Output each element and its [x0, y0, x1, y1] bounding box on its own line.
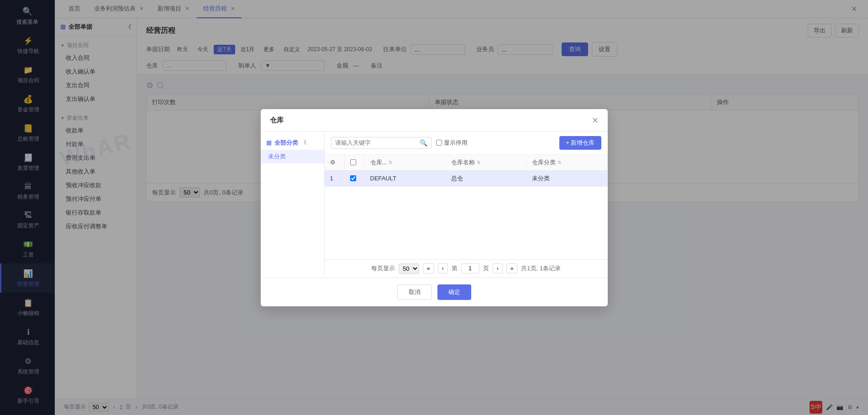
- modal-table-row-1[interactable]: 1 DEFAULT 总仓 未分类: [325, 171, 608, 187]
- modal-pagination: 每页显示 50 « ‹ 第 页 › » 共1页, 1条记录: [325, 259, 608, 278]
- show-disabled-label[interactable]: 显示停用: [436, 139, 468, 147]
- modal-search-icon[interactable]: 🔍: [420, 139, 427, 147]
- show-disabled-text: 显示停用: [444, 139, 468, 147]
- modal-th-checkbox[interactable]: [345, 155, 365, 170]
- modal-table-header: ⚙ 仓库... ⇅ 仓库名称 ⇅: [325, 155, 608, 171]
- modal-header: 仓库 ✕: [261, 109, 608, 131]
- modal-category-sort-icon: ⇅: [558, 160, 561, 165]
- modal-per-page-label: 每页显示: [371, 264, 395, 273]
- modal-collapse-icon[interactable]: 《: [301, 139, 306, 147]
- modal-right-panel: 🔍 显示停用 + 新增仓库 ⚙: [325, 131, 608, 278]
- modal-total-text: 共1页, 1条记录: [521, 264, 561, 273]
- modal-page-label: 第: [452, 264, 458, 273]
- modal-select-all-checkbox[interactable]: [350, 159, 356, 165]
- modal-row1-code: DEFAULT: [365, 171, 446, 186]
- modal-th-code[interactable]: 仓库... ⇅: [365, 155, 446, 170]
- modal-th-settings[interactable]: ⚙: [325, 155, 345, 170]
- modal-row1-checkbox[interactable]: [345, 171, 365, 186]
- modal-th-code-label: 仓库...: [370, 158, 387, 167]
- modal-per-page-select[interactable]: 50: [399, 263, 419, 274]
- modal-category-unclassified[interactable]: 未分类: [261, 150, 324, 163]
- modal-page-input[interactable]: [461, 263, 479, 273]
- modal-code-sort-icon: ⇅: [389, 160, 392, 165]
- modal-close-button[interactable]: ✕: [592, 116, 599, 126]
- modal-row1-index: 1: [325, 171, 345, 186]
- modal-all-category-label: 全部分类: [274, 139, 298, 147]
- warehouse-modal: 仓库 ✕ ⊞ 全部分类 《 未分类: [261, 109, 608, 306]
- modal-left-header[interactable]: ⊞ 全部分类 《: [261, 136, 324, 150]
- modal-prev-page-btn[interactable]: ‹: [438, 263, 448, 273]
- cancel-button[interactable]: 取消: [397, 284, 432, 300]
- modal-row1-category: 未分类: [526, 171, 607, 186]
- modal-name-sort-icon: ⇅: [477, 160, 480, 165]
- modal-row1-check[interactable]: [350, 175, 356, 181]
- modal-search-wrap[interactable]: 🔍: [331, 137, 431, 149]
- modal-overlay: 仓库 ✕ ⊞ 全部分类 《 未分类: [0, 0, 868, 415]
- show-disabled-checkbox[interactable]: [436, 140, 442, 146]
- modal-th-name[interactable]: 仓库名称 ⇅: [446, 155, 526, 170]
- modal-title: 仓库: [270, 116, 284, 125]
- confirm-button[interactable]: 确定: [437, 284, 471, 300]
- modal-table: ⚙ 仓库... ⇅ 仓库名称 ⇅: [325, 155, 608, 259]
- modal-category-list: 未分类: [261, 150, 324, 163]
- modal-row1-name: 总仓: [446, 171, 526, 186]
- modal-th-category[interactable]: 仓库分类 ⇅: [526, 155, 607, 170]
- modal-first-page-btn[interactable]: «: [423, 263, 434, 273]
- add-warehouse-button[interactable]: + 新增仓库: [559, 136, 601, 150]
- modal-left-panel: ⊞ 全部分类 《 未分类: [261, 131, 325, 278]
- modal-grid-icon: ⊞: [266, 139, 272, 147]
- modal-page-suffix: 页: [483, 264, 489, 273]
- modal-toolbar: 🔍 显示停用 + 新增仓库: [325, 131, 608, 155]
- modal-actions: 取消 确定: [261, 278, 608, 306]
- modal-next-page-btn[interactable]: ›: [493, 263, 503, 273]
- modal-body: ⊞ 全部分类 《 未分类 🔍 显示停用: [261, 131, 608, 278]
- modal-last-page-btn[interactable]: »: [506, 263, 518, 273]
- modal-th-category-label: 仓库分类: [532, 158, 556, 167]
- modal-search-input[interactable]: [335, 139, 418, 146]
- modal-th-name-label: 仓库名称: [451, 158, 475, 167]
- modal-settings-icon: ⚙: [330, 159, 336, 166]
